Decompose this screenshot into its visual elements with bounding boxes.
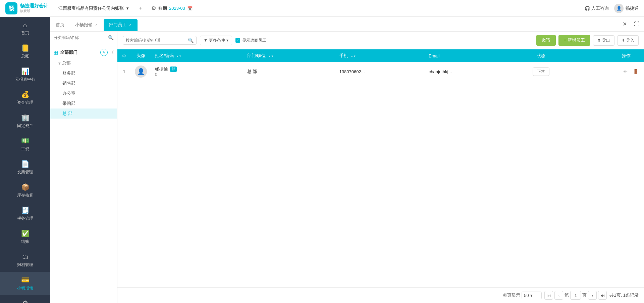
sidebar-item-settlement[interactable]: ✅ 结账 xyxy=(0,225,50,249)
col-phone[interactable]: 手机 ▲▼ xyxy=(335,49,425,62)
sidebar-item-invoice[interactable]: 📄 发票管理 xyxy=(0,156,50,179)
sidebar-item-home[interactable]: ⌂ 首页 xyxy=(0,17,50,40)
dept-tree-child-xiaoshoubu[interactable]: 销售部 xyxy=(50,78,117,88)
tab-expense-close[interactable]: × xyxy=(95,22,98,28)
grid-icon: ▦ xyxy=(54,50,58,55)
page-input[interactable] xyxy=(570,291,581,300)
sidebar-item-salary-label: 工资 xyxy=(21,146,29,152)
settlement-icon: ✅ xyxy=(21,229,29,237)
show-resigned-label: 显示离职员工 xyxy=(242,38,266,43)
row-phone: 138070602... xyxy=(335,62,425,81)
col-actions: 操作 xyxy=(574,49,644,62)
total-info: 共1页, 1条记录 xyxy=(609,292,639,298)
dept-tree-child-caigoubu[interactable]: 采购部 xyxy=(50,98,117,109)
settings-button[interactable]: ⚙ xyxy=(149,4,158,13)
period-value[interactable]: 2023-03 xyxy=(169,6,185,11)
period-label: 账期 xyxy=(158,5,167,11)
sidebar-item-salary[interactable]: 💵 工资 xyxy=(0,133,50,156)
per-page-label: 每页显示 xyxy=(503,292,520,298)
employee-name: 畅捷通 xyxy=(155,66,168,72)
tab-home[interactable]: 首页 xyxy=(50,19,70,31)
employee-name-row: 畅捷通 部 xyxy=(155,66,239,72)
add-employee-button[interactable]: + 新增员工 xyxy=(558,35,590,46)
per-page-value: 50 xyxy=(524,293,529,298)
pager-last-button[interactable]: ⏭ xyxy=(598,291,607,300)
sort-name-icon: ▲▼ xyxy=(176,55,181,58)
invite-button[interactable]: 邀请 xyxy=(536,35,556,46)
dept-search-box: 🔍 xyxy=(50,32,117,44)
col-settings[interactable]: ⚙ xyxy=(117,49,131,62)
dept-collapse-icon[interactable]: 《 xyxy=(110,50,114,55)
dept-tree: ▦ 全部部门 ✎ 《 ▾ 总部 财务部 销售部 xyxy=(50,44,117,303)
dept-search-icon[interactable]: 🔍 xyxy=(108,35,114,40)
employee-table-container: ⚙ 头像 姓名/编码 ▲▼ 部门/职位 ▲▼ xyxy=(117,49,644,287)
import-icon: ⬇ xyxy=(622,38,625,43)
page-content: 🔍 ▦ 全部部门 ✎ 《 ▾ 总部 财务部 xyxy=(50,32,644,303)
sidebar-item-invoice-label: 发票管理 xyxy=(17,169,33,175)
col-name-code[interactable]: 姓名/编码 ▲▼ xyxy=(151,49,243,62)
pager-prev-button[interactable]: ‹ xyxy=(554,291,563,300)
dept-tree-child-zongbu-active[interactable]: 总 部 xyxy=(50,109,117,119)
filter-icon: ▼ xyxy=(204,38,208,43)
import-button[interactable]: ⬇ 导入 xyxy=(617,35,639,46)
sidebar-item-reports[interactable]: 📊 云报表中心 xyxy=(0,63,50,86)
export-icon: ⬆ xyxy=(597,38,601,43)
employee-search-input[interactable] xyxy=(126,38,186,43)
tab-bumenyuangong[interactable]: 部门员工 × xyxy=(104,19,138,31)
sidebar-item-basic-settings[interactable]: ⚙ 基础设置 xyxy=(0,295,50,303)
all-dept-header[interactable]: ▦ 全部部门 ✎ 《 xyxy=(50,47,117,58)
calendar-icon[interactable]: 📅 xyxy=(187,6,193,11)
add-tab-button[interactable]: ＋ xyxy=(136,4,145,13)
sidebar-item-archive[interactable]: 🗂 归档管理 xyxy=(0,249,50,272)
sidebar-item-xiaochangbaoxiao[interactable]: 💳 小畅报销 xyxy=(0,272,50,295)
sidebar-item-inventory[interactable]: 📦 库存核算 xyxy=(0,179,50,202)
logo-icon: 畅 xyxy=(5,2,17,14)
edit-action-icon[interactable]: ✏ xyxy=(622,68,629,75)
sidebar-item-settlement-label: 结账 xyxy=(21,239,29,245)
employee-search-icon[interactable]: 🔍 xyxy=(188,38,194,43)
headset-icon: 🎧 xyxy=(585,6,590,11)
col-dept-position[interactable]: 部门/职位 ▲▼ xyxy=(243,49,335,62)
pager-buttons: ⏮ ‹ 第 页 › ⏭ xyxy=(544,291,607,300)
company-selector[interactable]: 江西服宝精品有限责任公司内账张 ▾ xyxy=(56,4,131,13)
employee-search-bar: 🔍 xyxy=(123,36,197,45)
sidebar-item-general-ledger[interactable]: 📒 总账 xyxy=(0,40,50,63)
export-label: 导出 xyxy=(602,38,610,43)
content-area: 首页 小畅报销 × 部门员工 × ✕ ⛶ 🔍 xyxy=(50,17,644,303)
sidebar-item-expense-label: 小畅报销 xyxy=(17,285,33,291)
fullscreen-button[interactable]: ⛶ xyxy=(632,19,641,29)
dept-tree-child-caiwubu[interactable]: 财务部 xyxy=(50,68,117,78)
row-actions: ✏ 🚪 xyxy=(574,62,644,81)
row-dept: 总 部 xyxy=(243,62,335,81)
row-name-code: 畅捷通 部 0 xyxy=(151,62,243,81)
page-size-dropdown[interactable]: 50 ▾ xyxy=(522,292,542,299)
show-resigned-toggle[interactable]: ✓ 显示离职员工 xyxy=(235,38,266,43)
sidebar-item-tax[interactable]: 🧾 税务管理 xyxy=(0,202,50,225)
user-area[interactable]: 👤 畅捷通 xyxy=(614,4,639,13)
dept-tree-child-bangongshi[interactable]: 办公室 xyxy=(50,88,117,98)
sort-dept-icon: ▲▼ xyxy=(268,55,274,58)
sidebar-item-funds[interactable]: 💰 资金管理 xyxy=(0,86,50,110)
pager-first-button[interactable]: ⏮ xyxy=(544,291,553,300)
consultant-button[interactable]: 🎧 人工咨询 xyxy=(585,5,609,11)
tab-xiaochangbaoxiao[interactable]: 小畅报销 × xyxy=(70,19,104,31)
dept-search-input[interactable] xyxy=(54,35,106,40)
sidebar-item-archive-label: 归档管理 xyxy=(17,262,33,268)
export-button[interactable]: ⬆ 导出 xyxy=(593,35,614,46)
filter-button[interactable]: ▼ 更多条件 ▾ xyxy=(200,36,232,45)
dept-zongbu-active-label: 总 部 xyxy=(62,111,72,117)
reports-icon: 📊 xyxy=(21,67,29,75)
expand-icon: ▾ xyxy=(58,61,61,66)
all-dept-label: 全部部门 xyxy=(60,49,77,55)
close-tab-button[interactable]: ✕ xyxy=(620,19,629,29)
sidebar-item-fixed-assets[interactable]: 🏢 固定资产 xyxy=(0,110,50,133)
delete-action-icon[interactable]: 🚪 xyxy=(632,68,640,75)
pager-next-button[interactable]: › xyxy=(588,291,597,300)
action-icons: ✏ 🚪 xyxy=(578,68,640,75)
expense-icon: 💳 xyxy=(21,276,29,284)
toolbar-right: 邀请 + 新增员工 ⬆ 导出 ⬇ 导入 xyxy=(536,35,639,46)
tab-dept-close[interactable]: × xyxy=(128,22,132,28)
dept-edit-icon[interactable]: ✎ xyxy=(100,49,108,56)
per-page-dropdown-icon: ▾ xyxy=(530,293,533,298)
dept-tree-item-zongbu[interactable]: ▾ 总部 xyxy=(50,58,117,68)
